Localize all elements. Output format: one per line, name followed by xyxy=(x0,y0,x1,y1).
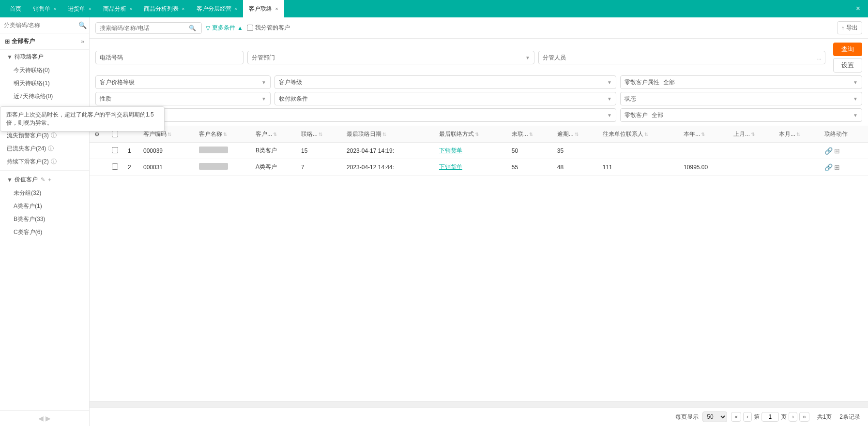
nav-home[interactable]: 首页 xyxy=(4,0,27,17)
row1-link-action-icon[interactable]: 🔗 xyxy=(824,147,833,155)
page-number-input[interactable] xyxy=(761,412,779,422)
category-sort-icon[interactable]: ⇅ xyxy=(273,132,277,137)
unit-contacts-sort-icon[interactable]: ⇅ xyxy=(644,132,648,137)
retail-attr-field[interactable]: 零散客户属性 全部 ▼ xyxy=(620,75,862,89)
filter-search-icon[interactable]: 🔍 xyxy=(189,25,196,31)
first-page-btn[interactable]: « xyxy=(731,412,741,422)
customer-type-field[interactable]: 客户类型 ▼ xyxy=(108,108,616,122)
row1-last-contact-method[interactable]: 下销货单 xyxy=(434,143,507,159)
code-sort-icon[interactable]: ⇅ xyxy=(168,132,171,137)
row2-last-contact-method[interactable]: 下销货单 xyxy=(434,159,507,176)
sidebar-item-7days[interactable]: 近7天待联络(0) xyxy=(0,90,89,103)
close-product-analysis-icon[interactable]: × xyxy=(129,6,132,12)
col-category-header[interactable]: 客户... ⇅ xyxy=(251,126,296,143)
close-sales-icon[interactable]: × xyxy=(53,6,56,12)
sidebar-item-tomorrow[interactable]: 明天待联络(1) xyxy=(0,77,89,90)
row1-select-checkbox[interactable] xyxy=(112,147,118,153)
more-conditions-btn[interactable]: ▽ 更多条件 ▲ xyxy=(206,24,243,32)
sidebar-item-today[interactable]: 今天待联络(0) xyxy=(0,64,89,77)
sidebar-item-b-customers[interactable]: B类客户(33) xyxy=(0,213,89,226)
sidebar-search-icon[interactable]: 🔍 xyxy=(78,21,87,29)
settings-header-icon[interactable]: ⚙ xyxy=(94,131,100,138)
lost-warn-help-icon[interactable]: ⓘ xyxy=(51,132,57,140)
settings-button[interactable]: 设置 xyxy=(833,58,862,73)
col-overdue-header[interactable]: 逾期... ⇅ xyxy=(552,126,598,143)
sidebar-item-ungroup[interactable]: 未分组(32) xyxy=(0,187,89,200)
overdue-sort-icon[interactable]: ⇅ xyxy=(575,132,579,137)
close-segmentation-icon[interactable]: × xyxy=(234,6,237,12)
already-lost-help-icon[interactable]: ⓘ xyxy=(48,145,54,153)
this-month-sort-icon[interactable]: ⇅ xyxy=(796,132,800,137)
dept-field[interactable]: 分管部门 ▼ xyxy=(247,51,534,64)
col-unit-contacts-header[interactable]: 往来单位联系人 ⇅ xyxy=(598,126,679,143)
value-add-icon[interactable]: ＋ xyxy=(47,176,52,183)
name-sort-icon[interactable]: ⇅ xyxy=(223,132,227,137)
row2-checkbox[interactable] xyxy=(107,159,123,176)
query-button[interactable]: 查询 xyxy=(833,43,862,56)
search-input-container[interactable]: 🔍 xyxy=(95,22,202,34)
my-customers-checkbox-container[interactable]: 我分管的客户 xyxy=(247,24,290,32)
last-date-sort-icon[interactable]: ⇅ xyxy=(382,132,386,137)
customer-grade-field[interactable]: 客户等级 ▼ xyxy=(274,75,616,89)
contacts-sort-icon[interactable]: ⇅ xyxy=(319,132,322,137)
gender-field[interactable]: 性质 ▼ xyxy=(95,92,271,105)
select-all-checkbox[interactable] xyxy=(112,131,118,137)
this-year-sort-icon[interactable]: ⇅ xyxy=(701,132,705,137)
last-method-sort-icon[interactable]: ⇅ xyxy=(475,132,479,137)
phone-field[interactable]: 电话号码 xyxy=(95,51,244,64)
nav-product-analysis[interactable]: 商品分析 × xyxy=(97,0,138,17)
next-page-btn[interactable]: › xyxy=(789,412,797,422)
close-product-list-icon[interactable]: × xyxy=(182,6,184,12)
col-last-month-header[interactable]: 上月... ⇅ xyxy=(729,126,774,143)
price-grade-field[interactable]: 客户价格等级 ▼ xyxy=(95,75,271,89)
my-customers-checkbox[interactable] xyxy=(247,25,253,31)
sidebar-group-pending[interactable]: ▼ 待联络客户 xyxy=(0,50,89,64)
horizontal-scrollbar[interactable] xyxy=(90,401,868,407)
row2-grid-action-icon[interactable]: ⊞ xyxy=(834,163,840,171)
nav-customer-contact[interactable]: 客户联络 × xyxy=(243,0,284,17)
sidebar-item-already-lost[interactable]: 已流失客户(24) ⓘ xyxy=(0,142,89,155)
close-contact-icon[interactable]: × xyxy=(275,6,278,12)
sidebar-item-declining[interactable]: 持续下滑客户(2) ⓘ xyxy=(0,155,89,168)
uncontacted-sort-icon[interactable]: ⇅ xyxy=(529,132,533,137)
search-input[interactable] xyxy=(100,25,187,31)
row2-method-link[interactable]: 下销货单 xyxy=(439,163,462,170)
row1-checkbox[interactable] xyxy=(107,143,123,159)
status-field[interactable]: 状态 ▼ xyxy=(620,92,862,105)
row2-select-checkbox[interactable] xyxy=(112,163,118,170)
nav-customer-segmentation[interactable]: 客户分层经营 × xyxy=(191,0,243,17)
manager-field[interactable]: 分管人员 ... xyxy=(538,51,825,64)
row1-contacts: 15 xyxy=(296,143,342,159)
window-close-button[interactable]: × xyxy=(852,4,864,13)
export-button[interactable]: ↑ 导出 xyxy=(837,21,862,34)
all-customers-header[interactable]: ⊞ 全部客户 » xyxy=(0,33,89,50)
declining-help-icon[interactable]: ⓘ xyxy=(51,158,57,166)
row2-link-action-icon[interactable]: 🔗 xyxy=(824,163,833,171)
page-size-select[interactable]: 50 100 200 xyxy=(702,411,727,422)
last-page-btn[interactable]: » xyxy=(799,412,809,422)
value-edit-icon[interactable]: ✎ xyxy=(41,176,45,183)
col-this-month-header[interactable]: 本月... ⇅ xyxy=(774,126,820,143)
sidebar-search-input[interactable] xyxy=(4,22,76,29)
col-name-header[interactable]: 客户名称 ⇅ xyxy=(194,126,251,143)
close-purchase-icon[interactable]: × xyxy=(88,6,91,12)
nav-purchase[interactable]: 进货单 × xyxy=(62,0,97,17)
col-last-contact-method-header[interactable]: 最后联络方式 ⇅ xyxy=(434,126,507,143)
col-this-year-header[interactable]: 本年... ⇅ xyxy=(679,126,729,143)
col-contacts-header[interactable]: 联络... ⇅ xyxy=(296,126,342,143)
nav-product-analysis-list[interactable]: 商品分析列表 × xyxy=(138,0,190,17)
row1-method-link[interactable]: 下销货单 xyxy=(439,147,462,154)
sidebar-group-value[interactable]: ▼ 价值客户 ✎ ＋ xyxy=(0,173,89,187)
retail-customer-field[interactable]: 零散客户 全部 ▼ xyxy=(620,108,862,122)
col-uncontacted-header[interactable]: 未联... ⇅ xyxy=(507,126,552,143)
row1-grid-action-icon[interactable]: ⊞ xyxy=(834,147,840,155)
sidebar-item-a-customers[interactable]: A类客户(1) xyxy=(0,200,89,213)
sidebar-bottom-nav[interactable]: ◀ ▶ xyxy=(0,410,89,426)
prev-page-btn[interactable]: ‹ xyxy=(743,412,752,422)
collapse-icon[interactable]: » xyxy=(81,38,84,45)
payment-field[interactable]: 收付款条件 ▼ xyxy=(274,92,616,105)
sidebar-item-c-customers[interactable]: C类客户(6) xyxy=(0,226,89,239)
nav-sales[interactable]: 销售单 × xyxy=(27,0,62,17)
col-last-contact-date-header[interactable]: 最后联络日期 ⇅ xyxy=(342,126,434,143)
last-month-sort-icon[interactable]: ⇅ xyxy=(751,132,755,137)
